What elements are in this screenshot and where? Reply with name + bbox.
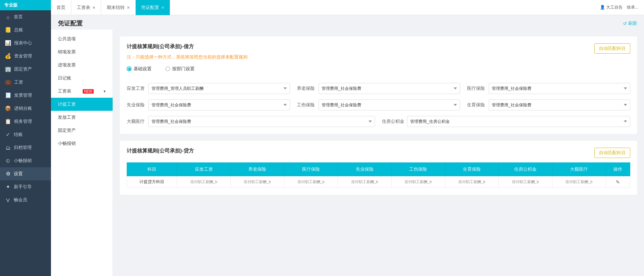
sidebar-item-funds[interactable]: 💰资金管理 [0, 50, 51, 63]
debit-select-应发工资[interactable]: 管理费用_管理人员职工薪酬 [148, 83, 290, 94]
left-nav-item-public[interactable]: 公共选项 [51, 32, 113, 45]
debit-label-医疗保险: 医疗保险 [467, 85, 486, 92]
debit-select-工伤保险[interactable]: 管理费用_社会保险费 [319, 99, 460, 110]
row-value-2: 应付职工薪酬_b [284, 176, 338, 188]
debit-fields-row1: 应发工资 管理费用_管理人员职工薪酬 养老保险 管理费用_社会保险费 医疗保险 … [127, 83, 630, 110]
row-value-4: 应付职工薪酬_b [392, 176, 445, 188]
sidebar-item-assets[interactable]: 🏢固定资产 [0, 63, 51, 76]
sidebar-label-reports: 报表中心 [14, 40, 32, 46]
debit-label-生育保险: 生育保险 [467, 102, 486, 108]
closing-icon: ✓ [5, 131, 11, 138]
sidebar-label-xcreport: 小畅报销 [14, 158, 32, 164]
debit-select-生育保险[interactable]: 管理费用_社会保险费 [489, 99, 630, 110]
credit-title: 计提核算规则(公司承担)-贷方 [127, 148, 194, 154]
debit-field-养老保险: 养老保险 管理费用_社会保险费 [297, 83, 460, 94]
user-icon: 👤 大工自告 [600, 4, 623, 10]
tab-close-voucher-config[interactable]: ✕ [161, 6, 164, 10]
tab-home[interactable]: 首页 [51, 0, 71, 15]
left-nav-label-payroll-table: 工资表 [58, 88, 71, 94]
tab-label-period-end: 期末结转 [107, 4, 125, 11]
debit-label-大额医疗: 大额医疗 [127, 118, 146, 125]
sidebar-label-inventory: 进销台账 [14, 105, 32, 112]
left-nav-label-xc-expense: 小畅报销 [58, 140, 76, 147]
tab-period-end[interactable]: 期末结转✕ [101, 0, 136, 15]
tab-close-payroll-table[interactable]: ✕ [92, 6, 95, 10]
sidebar-label-settings: 设置 [14, 171, 23, 177]
left-nav-item-fixed-assets[interactable]: 固定资产 [51, 124, 113, 137]
debit-field-住房公积金: 住房公积金 管理费用_住房公积金 [382, 116, 630, 127]
sidebar-item-xcreport[interactable]: ©小畅报销 [0, 154, 51, 167]
th-生育保险: 生育保险 [445, 163, 499, 176]
debit-select-医疗保险[interactable]: 管理费用_社会保险费 [489, 83, 630, 94]
sidebar-item-home[interactable]: ⌂首页 [0, 10, 51, 23]
sidebar-item-tax[interactable]: 📋税务管理 [0, 115, 51, 128]
new-badge-payroll-table: NEW [83, 89, 93, 94]
debit-field-生育保险: 生育保险 管理费用_社会保险费 [467, 99, 630, 110]
th-住房公积金: 住房公积金 [499, 163, 552, 176]
left-nav-label-journal: 日记账 [58, 75, 71, 81]
row-action[interactable]: ✎ [606, 176, 630, 188]
archive-icon: 🗂 [5, 145, 11, 151]
left-nav-label-calc-payroll: 计提工资 [58, 101, 76, 107]
refresh-button[interactable]: ↺ 刷新 [623, 20, 637, 26]
debit-label-养老保险: 养老保险 [297, 85, 316, 92]
debit-field-失业保险: 失业保险 管理费用_社会保险费 [127, 99, 290, 110]
sidebar-item-closing[interactable]: ✓结账 [0, 128, 51, 141]
sidebar-item-guide[interactable]: ✦新手引导 [0, 180, 51, 193]
debit-auto-match-button[interactable]: 自动匹配科目 [594, 43, 630, 54]
radio-basic-label: 基础设置 [134, 66, 152, 72]
debit-notice: 注：只能选择一种方式，系统将按照您当前的选择来配置规则 [127, 54, 248, 60]
debit-field-应发工资: 应发工资 管理费用_管理人员职工薪酬 [127, 83, 290, 94]
debit-label-住房公积金: 住房公积金 [382, 118, 404, 125]
sidebar-item-vip[interactable]: V畅会员 [0, 193, 51, 206]
debit-section-header: 计提核算规则(公司承担)-借方 注：只能选择一种方式，系统将按照您当前的选择来配… [127, 43, 630, 79]
sidebar-label-payroll: 工资 [14, 79, 23, 85]
edit-icon[interactable]: ✎ [616, 179, 620, 185]
debit-select-住房公积金[interactable]: 管理费用_住房公积金 [407, 116, 630, 127]
vip-icon: V [5, 197, 11, 203]
tab-voucher-config[interactable]: 凭证配置✕ [136, 0, 170, 15]
debit-select-失业保险[interactable]: 管理费用_社会保险费 [148, 99, 290, 110]
sidebar-item-invoice[interactable]: 🧾发票管理 [0, 89, 51, 102]
xcreport-icon: © [5, 158, 11, 164]
left-nav-item-issue-payroll[interactable]: 发放工资 [51, 111, 113, 124]
radio-department[interactable]: 按部门设置 [165, 66, 195, 72]
row-value-5: 应付职工薪酬_b [445, 176, 499, 188]
table-row: 计提贷方科目应付职工薪酬_b应付职工薪酬_b应付职工薪酬_b应付职工薪酬_b应付… [127, 176, 630, 188]
tab-payroll-table[interactable]: 工资表✕ [71, 0, 101, 15]
radio-basic[interactable]: 基础设置 [127, 66, 152, 72]
credit-auto-match-button[interactable]: 自动匹配科目 [594, 148, 630, 158]
th-工伤保险: 工伤保险 [392, 163, 445, 176]
debit-select-大额医疗[interactable]: 管理费用_社会保险费 [148, 116, 375, 127]
tab-close-period-end[interactable]: ✕ [127, 6, 130, 10]
left-nav-label-purchase-invoice: 进项发票 [58, 62, 76, 68]
brand-label: 专业版 [4, 2, 18, 8]
sidebar-item-archive[interactable]: 🗂归档管理 [0, 141, 51, 154]
debit-title: 计提核算规则(公司承担)-借方 [127, 43, 248, 50]
left-nav-item-calc-payroll[interactable]: 计提工资 [51, 98, 113, 111]
sidebar-item-reports[interactable]: 📊报表中心 [0, 36, 51, 50]
debit-select-养老保险[interactable]: 管理费用_社会保险费 [319, 83, 460, 94]
sidebar-item-payroll[interactable]: 💼工资 [0, 76, 51, 89]
left-nav-item-xc-expense[interactable]: 小畅报销 [51, 137, 113, 150]
topbar-right: 👤 大工自告 徐承... [600, 4, 644, 10]
debit-section: 计提核算规则(公司承担)-借方 注：只能选择一种方式，系统将按照您当前的选择来配… [120, 36, 637, 134]
sidebar-item-inventory[interactable]: 📦进销台账 [0, 102, 51, 115]
left-nav-item-sales-invoice[interactable]: 销项发票 [51, 45, 113, 59]
payroll-icon: 💼 [5, 79, 11, 85]
sidebar-item-ledger[interactable]: 📒总账 [0, 23, 51, 36]
credit-table: 科目应发工资养老保险医疗保险失业保险工伤保险生育保险住房公积金大额医疗操作 计提… [127, 162, 630, 188]
sidebar-item-settings[interactable]: ⚙设置 [0, 167, 51, 180]
invoice-icon: 🧾 [5, 92, 11, 98]
left-nav-item-purchase-invoice[interactable]: 进项发票 [51, 59, 113, 72]
debit-fields-row2: 大额医疗 管理费用_社会保险费 住房公积金 管理费用_住房公积金 [127, 116, 630, 127]
left-nav-item-payroll-table[interactable]: 工资表NEW▾ [51, 85, 113, 98]
sidebar-label-invoice: 发票管理 [14, 92, 32, 98]
tax-icon: 📋 [5, 118, 11, 125]
debit-field-工伤保险: 工伤保险 管理费用_社会保险费 [297, 99, 460, 110]
radio-department-label: 按部门设置 [172, 66, 195, 72]
th-大额医疗: 大额医疗 [552, 163, 606, 176]
left-nav-label-sales-invoice: 销项发票 [58, 49, 76, 55]
debit-section-left: 计提核算规则(公司承担)-借方 注：只能选择一种方式，系统将按照您当前的选择来配… [127, 43, 248, 79]
left-nav-item-journal[interactable]: 日记账 [51, 72, 113, 85]
